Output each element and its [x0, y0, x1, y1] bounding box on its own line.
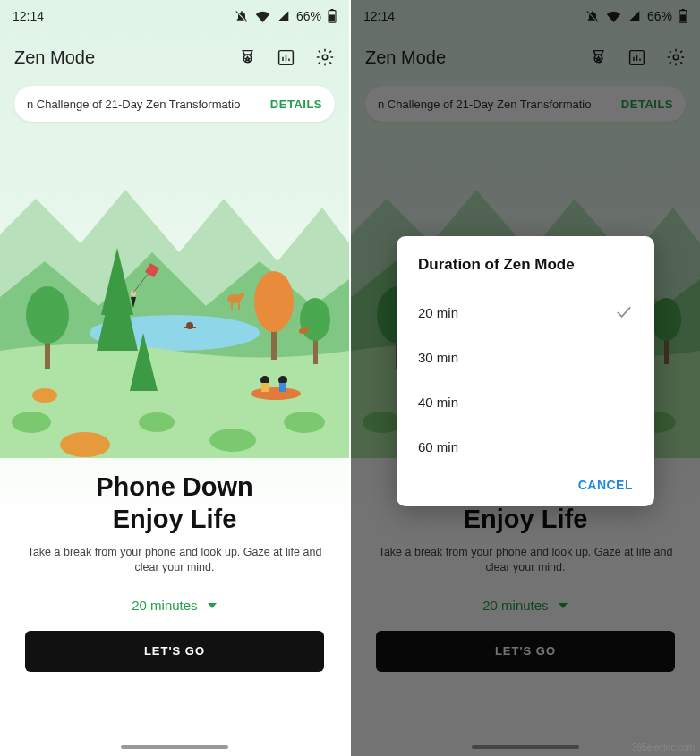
svg-point-10: [284, 412, 325, 433]
svg-rect-21: [231, 302, 233, 310]
home-indicator[interactable]: [121, 745, 228, 749]
lets-go-button[interactable]: LET'S GO: [25, 631, 324, 672]
svg-rect-1: [330, 9, 333, 11]
phone-right: 12:14 66% Zen Mode: [351, 0, 700, 756]
svg-rect-2: [329, 14, 335, 21]
banner-text: n Challenge of 21-Day Zen Transformatio: [27, 98, 261, 111]
svg-point-9: [209, 429, 256, 452]
battery-pct: 66%: [296, 9, 321, 23]
svg-point-11: [32, 388, 57, 403]
chevron-down-icon: [207, 598, 218, 613]
status-bar: 12:14 66%: [0, 0, 349, 32]
svg-rect-30: [279, 383, 286, 392]
option-label: 40 min: [418, 395, 458, 410]
duration-option-20[interactable]: 20 min: [418, 290, 633, 335]
hero-line1: Phone Down: [96, 472, 253, 501]
phone-left: 12:14 66% Zen Mode: [0, 0, 349, 756]
duration-option-60[interactable]: 60 min: [418, 424, 633, 469]
page-title: Zen Mode: [14, 47, 95, 68]
illustration: [0, 127, 349, 458]
notification-off-icon: [235, 9, 249, 23]
svg-point-26: [251, 387, 301, 400]
medal-icon[interactable]: [238, 48, 257, 67]
hero-text: Phone Down Enjoy Life Take a break from …: [0, 471, 349, 576]
duration-option-30[interactable]: 30 min: [418, 335, 633, 379]
details-link[interactable]: DETAILS: [270, 98, 322, 111]
option-label: 60 min: [418, 439, 458, 454]
duration-value: 20 minutes: [132, 598, 197, 613]
check-icon: [615, 305, 633, 319]
svg-point-24: [131, 291, 136, 296]
hero-line2: Enjoy Life: [113, 505, 237, 533]
duration-selector[interactable]: 20 minutes: [0, 598, 349, 613]
svg-rect-22: [238, 302, 240, 310]
header-actions: [238, 47, 335, 67]
svg-point-13: [26, 286, 69, 344]
svg-point-4: [322, 55, 328, 60]
challenge-banner[interactable]: n Challenge of 21-Day Zen Transformatio …: [14, 86, 335, 122]
duration-dialog: Duration of Zen Mode 20 min 30 min 40 mi…: [397, 236, 654, 506]
hero-sub: Take a break from your phone and look up…: [25, 545, 324, 576]
option-label: 20 min: [418, 305, 458, 320]
settings-icon[interactable]: [315, 47, 335, 67]
svg-point-6: [12, 412, 51, 433]
option-label: 30 min: [418, 350, 458, 365]
stats-icon[interactable]: [277, 48, 295, 67]
signal-icon: [277, 10, 290, 22]
dialog-title: Duration of Zen Mode: [418, 256, 633, 274]
battery-icon: [328, 9, 337, 23]
svg-point-7: [60, 432, 110, 457]
watermark: 365electric.com: [632, 743, 695, 752]
svg-point-16: [254, 271, 294, 332]
wifi-icon: [255, 10, 270, 22]
svg-point-31: [299, 328, 306, 334]
svg-rect-29: [261, 383, 269, 392]
cancel-button[interactable]: CANCEL: [418, 478, 633, 492]
app-header: Zen Mode: [0, 32, 349, 82]
status-icons: 66%: [235, 9, 337, 23]
svg-point-8: [139, 412, 175, 432]
svg-point-23: [239, 293, 244, 298]
duration-option-40[interactable]: 40 min: [418, 379, 633, 424]
status-time: 12:14: [13, 9, 44, 23]
svg-point-18: [300, 298, 330, 341]
